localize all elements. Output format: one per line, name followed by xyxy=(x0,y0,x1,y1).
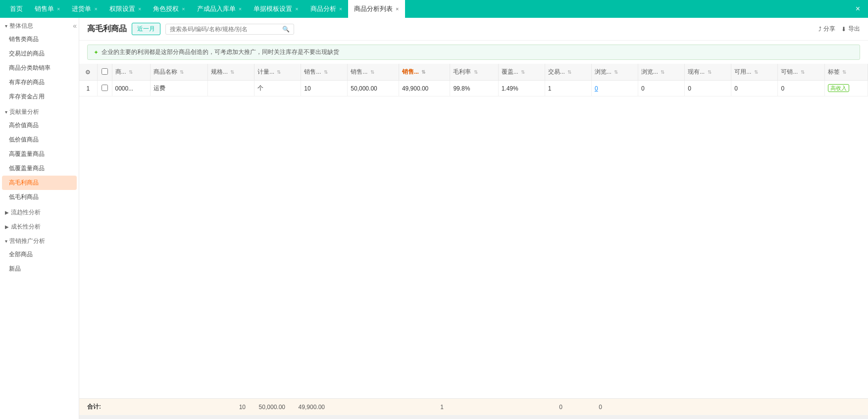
col-name[interactable]: 商品名称 ⇅ xyxy=(151,64,208,81)
close-product-analysis-list[interactable]: × xyxy=(396,6,399,12)
table-header-row: ⚙ 商... ⇅ 商品名称 ⇅ 规格... ⇅ 计量... ⇅ 销售... ⇅ … xyxy=(79,64,868,81)
nav-template-settings[interactable]: 单据模板设置 × xyxy=(248,0,304,18)
sidebar-item-high-margin[interactable]: 高毛利商品 xyxy=(2,176,77,190)
share-button[interactable]: ⤴ 分享 xyxy=(818,25,835,33)
col-trade[interactable]: 交易... ⇅ xyxy=(545,64,591,81)
cell-spec xyxy=(207,81,254,96)
sidebar-group-overall[interactable]: ▾ 整体信息 xyxy=(0,18,79,32)
cell-browse1[interactable]: 0 xyxy=(591,81,638,96)
col-available[interactable]: 可用... ⇅ xyxy=(731,64,778,81)
nav-home[interactable]: 首页 xyxy=(4,0,29,18)
cell-index: 1 xyxy=(79,81,97,96)
arrow-down-icon-3: ▾ xyxy=(5,238,7,244)
cell-unit: 个 xyxy=(255,81,301,96)
sidebar-item-category-rate[interactable]: 商品分类助销率 xyxy=(0,61,79,75)
sidebar-collapse-button[interactable]: « xyxy=(73,22,77,30)
row-checkbox[interactable] xyxy=(102,85,108,91)
sidebar-item-all-goods[interactable]: 全部商品 xyxy=(0,247,79,262)
close-permission-settings[interactable]: × xyxy=(138,6,141,12)
sidebar-item-stock-capital[interactable]: 库存资金占用 xyxy=(0,90,79,104)
product-table: ⚙ 商... ⇅ 商品名称 ⇅ 规格... ⇅ 计量... ⇅ 销售... ⇅ … xyxy=(79,64,868,96)
cell-available: 0 xyxy=(731,81,778,96)
search-box[interactable]: 🔍 xyxy=(165,24,294,35)
col-spec[interactable]: 规格... ⇅ xyxy=(207,64,254,81)
info-icon: ✦ xyxy=(94,49,99,56)
col-code[interactable]: 商... ⇅ xyxy=(112,64,151,81)
cell-checkbox[interactable] xyxy=(97,81,112,96)
close-product-warehouse[interactable]: × xyxy=(239,6,242,12)
nav-product-warehouse[interactable]: 产成品入库单 × xyxy=(191,0,248,18)
sidebar-group-marketing[interactable]: ▾ 营销推广分析 xyxy=(0,233,79,247)
col-sellable[interactable]: 可销... ⇅ xyxy=(778,64,824,81)
cell-sales-profit: 49,900.00 xyxy=(399,81,450,96)
page-title: 高毛利商品 xyxy=(87,24,127,34)
cell-code: 0000... xyxy=(112,81,151,96)
sidebar-group-contribution[interactable]: ▾ 贡献量分析 xyxy=(0,104,79,118)
footer-summary: 合计: 10 50,000.00 49,900.00 1 0 0 xyxy=(79,398,868,415)
footer-sales-profit: 49,900.00 xyxy=(289,404,329,411)
col-coverage[interactable]: 覆盖... ⇅ xyxy=(498,64,545,81)
cell-browse2: 0 xyxy=(638,81,685,96)
sidebar-item-low-value[interactable]: 低价值商品 xyxy=(0,133,79,147)
arrow-down-icon-2: ▾ xyxy=(5,109,7,115)
export-button[interactable]: ⬇ 导出 xyxy=(841,25,860,33)
col-sales-qty[interactable]: 销售... ⇅ xyxy=(301,64,348,81)
col-gross-margin[interactable]: 毛利率 ⇅ xyxy=(450,64,498,81)
col-browse2[interactable]: 浏览... ⇅ xyxy=(638,64,685,81)
close-role-auth[interactable]: × xyxy=(182,6,185,12)
search-input[interactable] xyxy=(170,26,282,33)
col-checkbox[interactable] xyxy=(97,64,112,81)
sidebar-item-sales-goods[interactable]: 销售类商品 xyxy=(0,32,79,47)
nav-product-analysis-list[interactable]: 商品分析列表 × xyxy=(348,0,405,18)
window-close-button[interactable]: × xyxy=(852,4,864,13)
content-header: 高毛利商品 近一月 🔍 ⤴ 分享 ⬇ 导出 xyxy=(79,18,868,41)
col-tag[interactable]: 标签 ⇅ xyxy=(824,64,868,81)
cell-sales-amount: 50,000.00 xyxy=(348,81,399,96)
nav-sales-order[interactable]: 销售单 × xyxy=(29,0,66,18)
close-purchase-order[interactable]: × xyxy=(94,6,97,12)
sidebar-item-low-coverage[interactable]: 低覆盖量商品 xyxy=(0,161,79,176)
nav-purchase-order[interactable]: 进货单 × xyxy=(66,0,103,18)
footer-current-stock: 0 xyxy=(527,404,566,411)
filter-recent-month-button[interactable]: 近一月 xyxy=(132,23,160,35)
content-area: 高毛利商品 近一月 🔍 ⤴ 分享 ⬇ 导出 ✦ 企业的主要的利润都是这部分商品创… xyxy=(79,18,868,419)
nav-permission-settings[interactable]: 权限设置 × xyxy=(103,0,147,18)
col-settings[interactable]: ⚙ xyxy=(79,64,97,81)
sidebar: « ▾ 整体信息 销售类商品 交易过的商品 商品分类助销率 有库存的商品 库存资… xyxy=(0,18,79,419)
select-all-checkbox[interactable] xyxy=(102,68,108,75)
col-browse1[interactable]: 浏览... ⇅ xyxy=(591,64,638,81)
arrow-down-icon: ▾ xyxy=(5,23,7,29)
col-sales-amount[interactable]: 销售... ⇅ xyxy=(348,64,399,81)
cell-coverage: 1.49% xyxy=(498,81,545,96)
close-sales-order[interactable]: × xyxy=(57,6,60,12)
sidebar-item-traded-goods[interactable]: 交易过的商品 xyxy=(0,47,79,61)
sidebar-item-stocked-goods[interactable]: 有库存的商品 xyxy=(0,75,79,90)
cell-name: 运费 xyxy=(151,81,208,96)
sidebar-group-growth[interactable]: ▶ 成长性分析 xyxy=(0,219,79,233)
horizontal-scrollbar[interactable] xyxy=(79,415,868,419)
cell-tag: 高收入 xyxy=(824,81,868,96)
main-layout: « ▾ 整体信息 销售类商品 交易过的商品 商品分类助销率 有库存的商品 库存资… xyxy=(0,18,868,419)
arrow-right-icon-2: ▶ xyxy=(5,224,9,230)
close-template-settings[interactable]: × xyxy=(295,6,298,12)
sidebar-item-new-products[interactable]: 新品 xyxy=(0,262,79,276)
footer-trade: 1 xyxy=(408,404,448,411)
cell-trade: 1 xyxy=(545,81,591,96)
sidebar-item-high-coverage[interactable]: 高覆盖量商品 xyxy=(0,147,79,161)
search-icon[interactable]: 🔍 xyxy=(282,26,290,33)
sidebar-item-high-value[interactable]: 高价值商品 xyxy=(0,118,79,133)
col-current-stock[interactable]: 现有... ⇅ xyxy=(685,64,731,81)
top-navigation: 首页 销售单 × 进货单 × 权限设置 × 角色授权 × 产成品入库单 × 单据… xyxy=(0,0,868,18)
close-product-analysis[interactable]: × xyxy=(339,6,342,12)
footer-available: 0 xyxy=(566,404,606,411)
cell-sales-qty: 10 xyxy=(301,81,348,96)
sidebar-group-trend[interactable]: ▶ 流趋性分析 xyxy=(0,204,79,219)
sidebar-item-low-margin[interactable]: 低毛利商品 xyxy=(0,190,79,204)
cell-current-stock: 0 xyxy=(685,81,731,96)
col-unit[interactable]: 计量... ⇅ xyxy=(255,64,301,81)
footer-sales-qty: 10 xyxy=(210,404,250,411)
col-sales-profit[interactable]: 销售... ⇅ xyxy=(399,64,450,81)
arrow-right-icon: ▶ xyxy=(5,210,9,215)
nav-product-analysis[interactable]: 商品分析 × xyxy=(305,0,348,18)
nav-role-auth[interactable]: 角色授权 × xyxy=(147,0,191,18)
